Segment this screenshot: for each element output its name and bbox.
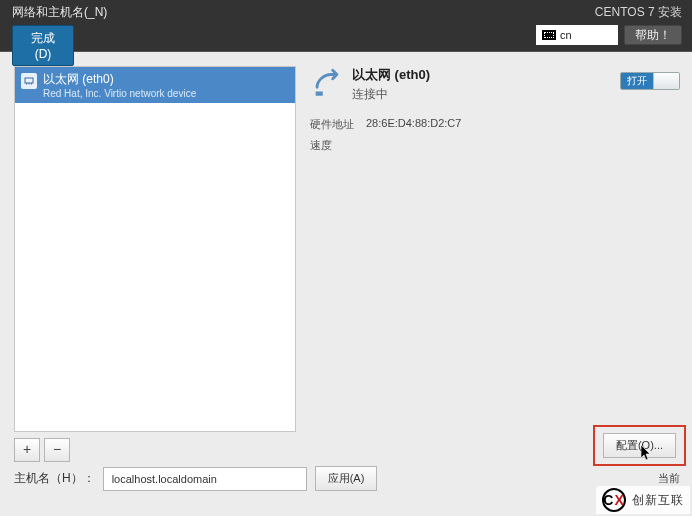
svg-rect-0 <box>25 78 33 83</box>
connection-toggle[interactable]: 打开 <box>620 72 680 90</box>
toggle-knob <box>653 72 679 90</box>
configure-button[interactable]: 配置(O)... <box>603 433 676 458</box>
details-interface-name: 以太网 (eth0) <box>352 66 430 84</box>
interface-item-eth0[interactable]: 以太网 (eth0) Red Hat, Inc. Virtio network … <box>15 67 295 103</box>
configure-highlight: 配置(O)... <box>593 425 686 466</box>
details-kv: 硬件地址 28:6E:D4:88:D2:C7 速度 <box>310 117 680 153</box>
interface-list-buttons: + − <box>14 438 296 462</box>
interface-item-desc: Red Hat, Inc. Virtio network device <box>43 88 196 99</box>
apply-button[interactable]: 应用(A) <box>315 466 378 491</box>
watermark-text: 创新互联 <box>632 492 684 509</box>
install-title: CENTOS 7 安装 <box>595 4 682 21</box>
details-status: 连接中 <box>352 86 430 103</box>
ethernet-icon <box>21 73 37 89</box>
keyboard-layout-indicator[interactable]: cn <box>536 25 618 45</box>
top-header: 网络和主机名(_N) 完成(D) CENTOS 7 安装 cn 帮助！ <box>0 0 692 52</box>
main-area: 以太网 (eth0) Red Hat, Inc. Virtio network … <box>0 52 692 462</box>
header-right: CENTOS 7 安装 cn 帮助！ <box>536 4 682 51</box>
header-left: 网络和主机名(_N) 完成(D) <box>12 4 107 51</box>
interface-list[interactable]: 以太网 (eth0) Red Hat, Inc. Virtio network … <box>14 66 296 432</box>
details-panel: 以太网 (eth0) 连接中 打开 硬件地址 28:6E:D4:88:D2:C7… <box>310 66 680 462</box>
hw-address-label: 硬件地址 <box>310 117 358 132</box>
help-button[interactable]: 帮助！ <box>624 25 682 45</box>
hw-address-value: 28:6E:D4:88:D2:C7 <box>366 117 461 132</box>
speed-label: 速度 <box>310 138 358 153</box>
interface-item-name: 以太网 (eth0) <box>43 71 196 88</box>
header-controls: cn 帮助！ <box>536 25 682 45</box>
current-hostname-label: 当前 <box>658 471 680 486</box>
page-title: 网络和主机名(_N) <box>12 4 107 21</box>
watermark-logo: CX <box>602 488 626 512</box>
hostname-bar: 主机名（H）： 应用(A) 当前 <box>0 462 692 491</box>
speed-row: 速度 <box>310 138 680 153</box>
interface-item-texts: 以太网 (eth0) Red Hat, Inc. Virtio network … <box>43 71 196 99</box>
watermark: CX 创新互联 <box>596 486 690 514</box>
interface-panel: 以太网 (eth0) Red Hat, Inc. Virtio network … <box>14 66 296 462</box>
keyboard-icon <box>542 30 556 40</box>
toggle-on-label: 打开 <box>621 72 653 90</box>
details-headings: 以太网 (eth0) 连接中 <box>352 66 430 103</box>
keyboard-layout-text: cn <box>560 29 572 41</box>
add-interface-button[interactable]: + <box>14 438 40 462</box>
hostname-label: 主机名（H）： <box>14 470 95 487</box>
remove-interface-button[interactable]: − <box>44 438 70 462</box>
done-button[interactable]: 完成(D) <box>12 25 74 66</box>
hostname-input[interactable] <box>103 467 307 491</box>
hw-address-row: 硬件地址 28:6E:D4:88:D2:C7 <box>310 117 680 132</box>
network-adapter-icon <box>310 66 344 100</box>
